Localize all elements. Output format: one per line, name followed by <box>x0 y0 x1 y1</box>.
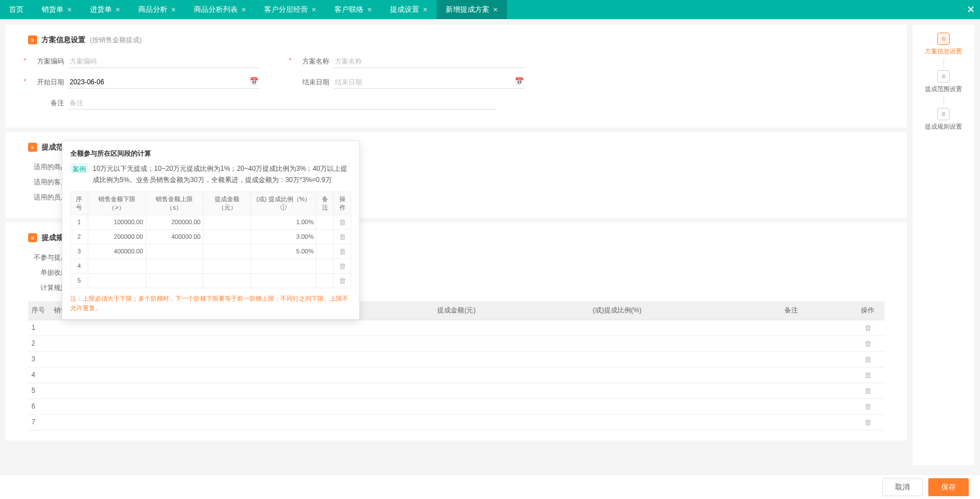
delete-icon[interactable]: 🗑 <box>864 402 872 411</box>
step-label: 方案信息设置 <box>925 47 962 56</box>
panel-icon: ≡ <box>28 143 37 152</box>
close-icon[interactable]: ✕ <box>311 0 316 19</box>
tab-首页[interactable]: 首页 <box>0 0 33 19</box>
calendar-icon[interactable]: 📅 <box>249 77 258 85</box>
sample-tag: 案例 <box>70 163 88 173</box>
tab-客户分层经营[interactable]: 客户分层经营✕ <box>255 0 325 19</box>
delete-icon[interactable]: 🗑 <box>864 418 872 427</box>
label-remark: 备注 <box>28 98 64 108</box>
panel-icon: ≡ <box>28 233 37 242</box>
close-icon[interactable]: ✕ <box>67 0 72 19</box>
table-row: 1100000.00200000.001.00%🗑 <box>71 215 351 229</box>
cancel-button[interactable]: 取消 <box>882 478 923 496</box>
tabs-close-all[interactable]: ✕ <box>961 0 980 19</box>
table-row: 4🗑 <box>71 258 351 273</box>
tab-销货单[interactable]: 销货单✕ <box>33 0 81 19</box>
table-row: 5🗑 <box>71 273 351 288</box>
panel-icon: ≡ <box>28 35 37 44</box>
label-end-date: 结束日期 <box>293 78 329 87</box>
calendar-icon[interactable]: 📅 <box>515 77 524 85</box>
col-header: (或)提成比例(%) <box>589 301 781 320</box>
tab-label: 首页 <box>9 0 24 19</box>
input-end-date[interactable] <box>334 76 525 89</box>
table-row: 2🗑 <box>28 335 884 351</box>
sample-tooltip: 全额参与所在区间段的计算 案例 10万元以下无提成；10~20万元提成比例为1%… <box>62 140 360 320</box>
cell-index: 5 <box>28 383 51 398</box>
input-code[interactable] <box>69 55 260 68</box>
col-header: 操作 <box>334 192 351 215</box>
close-icon[interactable]: ✕ <box>171 0 176 19</box>
side-step[interactable]: ≡提成规则设置 <box>925 108 962 131</box>
table-row: 7🗑 <box>28 414 884 430</box>
sample-table: 序号销售金额下限（>）销售金额上限（≤）提成金额（元）(或) 提成比例（%）ⓘ备… <box>70 192 351 288</box>
col-header: 备注 <box>316 192 334 215</box>
table-row: 3400000.005.00%🗑 <box>71 244 351 258</box>
table-row: 4🗑 <box>28 367 884 383</box>
panel-title: 方案信息设置 <box>42 35 85 45</box>
step-label: 提成规则设置 <box>925 123 962 131</box>
cell-index: 3 <box>28 351 51 367</box>
tab-label: 商品分析列表 <box>194 0 238 19</box>
cell-index: 2 <box>28 335 51 351</box>
cell-index: 7 <box>28 414 51 430</box>
delete-icon[interactable]: 🗑 <box>864 324 872 332</box>
tab-label: 销货单 <box>42 0 63 19</box>
table-row: 2200000.00400000.003.00%🗑 <box>71 229 351 244</box>
table-row: 1🗑 <box>28 320 884 335</box>
delete-icon[interactable]: 🗑 <box>864 371 872 379</box>
col-header: 销售金额上限（≤） <box>146 192 203 215</box>
sample-desc: 10万元以下无提成；10~20万元提成比例为1%；20~40万提成比例为3%；4… <box>93 163 351 186</box>
delete-icon[interactable]: 🗑 <box>339 233 346 241</box>
col-header: 序号 <box>71 192 88 215</box>
cell-index: 6 <box>28 398 51 414</box>
delete-icon[interactable]: 🗑 <box>864 339 872 348</box>
input-name[interactable] <box>334 55 525 68</box>
cell-index: 4 <box>28 367 51 383</box>
col-header: 备注 <box>781 301 851 320</box>
tab-label: 客户分层经营 <box>264 0 308 19</box>
label-name: 方案名称 <box>293 57 329 66</box>
delete-icon[interactable]: 🗑 <box>864 355 872 364</box>
table-row: 3🗑 <box>28 351 884 367</box>
tab-商品分析列表[interactable]: 商品分析列表✕ <box>185 0 255 19</box>
tab-label: 商品分析 <box>138 0 167 19</box>
sample-note: 注：上限必须大于下限；多个阶梯时，下一个阶梯下限要等于前一阶梯上限；不同行之间下… <box>70 294 351 314</box>
delete-icon[interactable]: 🗑 <box>339 276 346 285</box>
save-button[interactable]: 保存 <box>928 478 969 496</box>
close-icon[interactable]: ✕ <box>423 0 428 19</box>
input-start-date[interactable] <box>69 76 260 89</box>
col-header: 提成金额(元) <box>434 301 589 320</box>
tab-新增提成方案[interactable]: 新增提成方案✕ <box>437 0 507 19</box>
close-icon[interactable]: ✕ <box>493 0 498 19</box>
delete-icon[interactable]: 🗑 <box>864 387 872 395</box>
close-icon[interactable]: ✕ <box>115 0 120 19</box>
cell-index: 1 <box>28 320 51 335</box>
tab-label: 提成设置 <box>390 0 419 19</box>
tab-进货单[interactable]: 进货单✕ <box>81 0 129 19</box>
step-label: 提成范围设置 <box>925 85 962 93</box>
side-step[interactable]: ≡方案信息设置 <box>925 33 962 56</box>
side-step[interactable]: ≡提成范围设置 <box>925 70 962 93</box>
rule-table: 序号销售金额下限(>)销售金额上限(≤)提成金额(元)(或)提成比例(%)备注操… <box>28 301 884 430</box>
col-header: 提成金额（元） <box>203 192 251 215</box>
close-icon[interactable]: ✕ <box>367 0 372 19</box>
tab-label: 客户联络 <box>334 0 364 19</box>
side-anchor-nav: ≡方案信息设置≡提成范围设置≡提成规则设置 <box>913 25 974 465</box>
step-icon: ≡ <box>937 33 950 45</box>
step-icon: ≡ <box>937 108 950 120</box>
footer-bar: 取消 保存 <box>0 474 980 499</box>
tab-label: 进货单 <box>90 0 112 19</box>
tab-label: 新增提成方案 <box>446 0 489 19</box>
delete-icon[interactable]: 🗑 <box>339 262 346 270</box>
delete-icon[interactable]: 🗑 <box>339 218 346 226</box>
tab-客户联络[interactable]: 客户联络✕ <box>325 0 381 19</box>
sample-title: 全额参与所在区间段的计算 <box>70 149 351 158</box>
panel-plan-info: ≡ 方案信息设置 (按销售金额提成) 方案编码 方案名称 开始日期 <box>6 25 907 128</box>
tab-商品分析[interactable]: 商品分析✕ <box>129 0 185 19</box>
tab-提成设置[interactable]: 提成设置✕ <box>381 0 437 19</box>
delete-icon[interactable]: 🗑 <box>339 247 346 256</box>
col-header: 销售金额下限（>） <box>88 192 146 215</box>
input-remark[interactable] <box>69 97 496 110</box>
col-header: (或) 提成比例（%）ⓘ <box>251 192 316 215</box>
close-icon[interactable]: ✕ <box>241 0 246 19</box>
